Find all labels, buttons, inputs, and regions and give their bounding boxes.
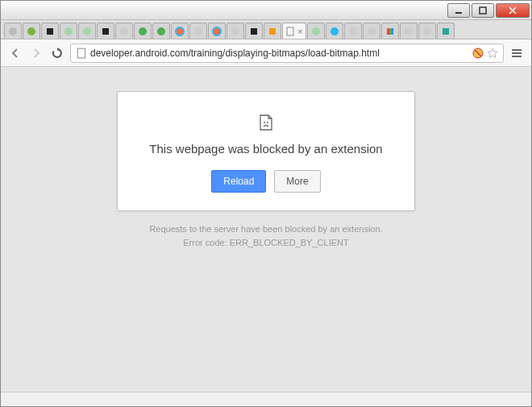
browser-tab[interactable] xyxy=(41,23,59,39)
favicon-icon xyxy=(249,27,259,36)
svg-point-13 xyxy=(213,27,221,35)
svg-rect-22 xyxy=(387,28,389,35)
browser-tab[interactable] xyxy=(326,23,343,39)
browser-tab[interactable] xyxy=(437,23,455,39)
svg-point-25 xyxy=(405,27,413,35)
svg-point-11 xyxy=(176,27,184,35)
hamburger-icon xyxy=(510,47,523,60)
favicon-icon xyxy=(82,27,92,36)
browser-tab[interactable] xyxy=(152,23,170,39)
bookmark-star-icon[interactable] xyxy=(487,48,498,59)
svg-rect-31 xyxy=(512,52,522,54)
forward-arrow-icon xyxy=(30,47,43,60)
page-content: This webpage was blocked by an extension… xyxy=(1,67,531,392)
back-arrow-icon xyxy=(9,47,22,60)
browser-tab[interactable] xyxy=(115,23,133,39)
svg-rect-17 xyxy=(287,27,293,35)
browser-tab[interactable] xyxy=(381,23,399,39)
error-heading: This webpage was blocked by an extension xyxy=(149,142,382,156)
svg-point-19 xyxy=(330,27,339,35)
favicon-icon xyxy=(45,27,55,36)
error-buttons: Reload More xyxy=(211,170,320,193)
browser-tab[interactable] xyxy=(418,23,436,39)
reload-button[interactable] xyxy=(49,45,65,61)
svg-rect-30 xyxy=(512,49,522,51)
svg-rect-4 xyxy=(47,28,53,35)
tab-strip xyxy=(1,20,531,39)
back-button[interactable] xyxy=(7,45,23,61)
browser-tab[interactable] xyxy=(78,23,96,39)
url-input[interactable] xyxy=(90,48,472,59)
error-detail-line: Requests to the server have been blocked… xyxy=(149,222,382,236)
svg-point-10 xyxy=(157,27,165,35)
svg-point-20 xyxy=(349,27,357,35)
favicon-icon xyxy=(27,27,36,36)
favicon-icon xyxy=(330,27,339,36)
blocked-extension-icon[interactable] xyxy=(472,48,484,59)
page-icon xyxy=(76,48,87,59)
favicon-icon xyxy=(156,27,166,36)
browser-tab[interactable] xyxy=(97,23,114,39)
window-minimize-button[interactable] xyxy=(447,3,470,18)
svg-point-5 xyxy=(64,27,73,35)
page-icon xyxy=(285,27,295,36)
svg-point-2 xyxy=(9,27,17,35)
browser-tab[interactable] xyxy=(264,23,281,39)
reload-page-button[interactable]: Reload xyxy=(211,170,266,193)
browser-tab[interactable] xyxy=(4,23,22,39)
svg-rect-28 xyxy=(77,48,85,58)
window-close-button[interactable] xyxy=(496,3,530,18)
browser-tab[interactable] xyxy=(208,23,226,39)
svg-rect-15 xyxy=(251,28,257,35)
error-details: Requests to the server have been blocked… xyxy=(149,222,382,249)
browser-tab[interactable] xyxy=(344,23,362,39)
svg-point-26 xyxy=(423,27,431,35)
favicon-icon xyxy=(64,27,73,36)
svg-point-34 xyxy=(267,122,268,123)
browser-tab[interactable] xyxy=(307,23,325,39)
favicon-icon xyxy=(231,27,240,36)
favicon-icon xyxy=(268,27,277,36)
svg-point-6 xyxy=(83,27,91,35)
svg-point-3 xyxy=(27,27,35,35)
browser-window: This webpage was blocked by an extension… xyxy=(0,0,532,407)
svg-rect-16 xyxy=(269,28,276,35)
favicon-icon xyxy=(212,27,222,36)
browser-tab-active[interactable] xyxy=(282,23,306,39)
maximize-icon xyxy=(479,6,487,15)
address-bar[interactable] xyxy=(70,44,504,63)
svg-rect-32 xyxy=(512,56,522,57)
favicon-icon xyxy=(367,27,376,36)
error-code-line: Error code: ERR_BLOCKED_BY_CLIENT xyxy=(149,236,382,250)
favicon-icon xyxy=(138,27,148,36)
browser-tab[interactable] xyxy=(60,23,77,39)
browser-tab[interactable] xyxy=(245,23,263,39)
svg-rect-24 xyxy=(392,28,393,35)
favicon-icon xyxy=(311,27,321,36)
forward-button[interactable] xyxy=(28,45,44,61)
browser-tab[interactable] xyxy=(400,23,418,39)
reload-icon xyxy=(51,47,64,60)
favicon-icon xyxy=(348,27,358,36)
window-maximize-button[interactable] xyxy=(472,3,494,18)
favicon-icon xyxy=(404,27,414,36)
browser-tab[interactable] xyxy=(227,23,244,39)
browser-tab[interactable] xyxy=(363,23,380,39)
minimize-icon xyxy=(455,6,463,15)
svg-point-21 xyxy=(368,27,376,35)
favicon-icon xyxy=(422,27,432,36)
more-button[interactable]: More xyxy=(274,170,320,193)
svg-rect-1 xyxy=(480,7,486,14)
svg-point-8 xyxy=(120,27,128,35)
browser-tab[interactable] xyxy=(134,23,152,39)
browser-tab[interactable] xyxy=(23,23,40,39)
browser-tab[interactable] xyxy=(171,23,189,39)
favicon-icon xyxy=(8,27,18,36)
close-icon xyxy=(509,6,517,15)
chrome-menu-button[interactable] xyxy=(509,45,525,61)
svg-point-33 xyxy=(264,122,265,123)
favicon-icon xyxy=(193,27,203,36)
browser-tab[interactable] xyxy=(189,23,207,39)
favicon-icon xyxy=(175,27,185,36)
broken-page-icon xyxy=(259,114,273,131)
